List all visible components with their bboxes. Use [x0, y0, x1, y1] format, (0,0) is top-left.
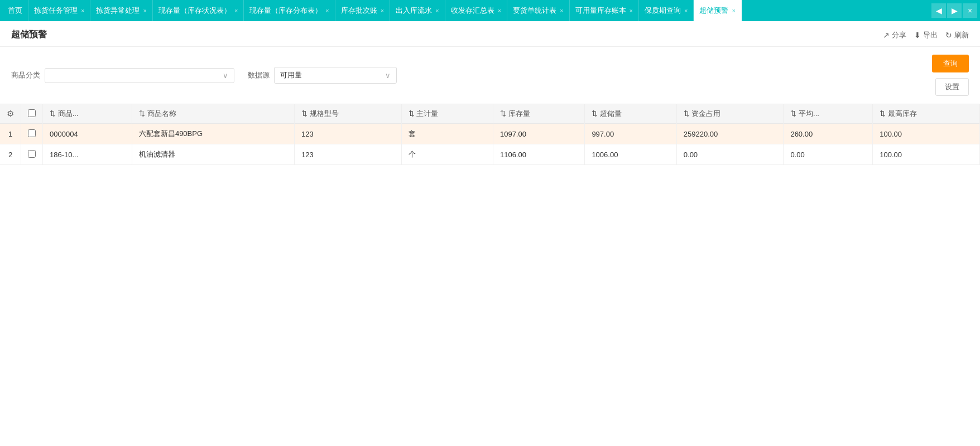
nav-inout-flow[interactable]: 出入库流水 × [390, 0, 445, 21]
table-row: 2 186-10... 机油滤清器 123 个 1106.00 1006.00 … [0, 144, 980, 165]
nav-close-batch-ledger[interactable]: × [381, 7, 384, 14]
col-gear: ⚙ [0, 104, 21, 124]
col-unit[interactable]: ⇅ 主计量 [401, 104, 493, 124]
datasource-value: 可用量 [280, 70, 302, 80]
col-stock[interactable]: ⇅ 库存量 [493, 104, 584, 124]
nav-close-overstock[interactable]: × [732, 7, 735, 14]
col-spec[interactable]: ⇅ 规格型号 [294, 104, 401, 124]
row-unit: 套 [401, 124, 493, 144]
nav-close-stock-dist[interactable]: × [325, 7, 329, 14]
share-button[interactable]: ↗ 分享 [883, 30, 906, 40]
row-stock: 1097.00 [493, 124, 584, 144]
category-select[interactable]: ∨ [45, 68, 234, 83]
col-max-stock[interactable]: ⇅ 最高库存 [873, 104, 980, 124]
table-body: 1 0000004 六配套新昌490BPG 123 套 1097.00 997.… [0, 124, 980, 165]
col-product-name[interactable]: ⇅ 商品名称 [132, 104, 294, 124]
nav-close-available-ledger[interactable]: × [630, 7, 633, 14]
filter-buttons: 查询 设置 [932, 55, 969, 96]
row-stock: 1106.00 [493, 144, 584, 165]
refresh-button[interactable]: ↻ 刷新 [945, 30, 969, 40]
datasource-label: 数据源 [248, 70, 270, 80]
row-num: 1 [0, 124, 21, 144]
row-spec: 123 [294, 144, 401, 165]
row-num: 2 [0, 144, 21, 165]
nav-stock-dist[interactable]: 现存量（库存分布表） × [244, 0, 335, 21]
nav-home[interactable]: 首页 [2, 0, 28, 21]
nav-close-stock-status[interactable]: × [234, 7, 238, 14]
nav-next-btn[interactable]: ▶ [947, 3, 962, 18]
col-overstock[interactable]: ⇅ 超储量 [585, 104, 676, 124]
nav-close-demand-stat[interactable]: × [560, 7, 563, 14]
table-header-row: ⚙ ⇅ 商品... ⇅ 商品名称 ⇅ 规格型号 [0, 104, 980, 124]
nav-overstock-warning[interactable]: 超储预警 × [694, 0, 741, 21]
select-all-checkbox[interactable] [28, 109, 36, 117]
row-product-code: 186-10... [43, 144, 132, 165]
category-chevron-icon: ∨ [223, 71, 228, 80]
nav-close-inout-flow[interactable]: × [435, 7, 439, 14]
row-checkbox-cell[interactable] [21, 144, 43, 165]
row-capital: 0.00 [676, 144, 784, 165]
row-overstock: 1006.00 [585, 144, 676, 165]
nav-close-expiry-query[interactable]: × [684, 7, 688, 14]
export-icon: ⬇ [914, 31, 921, 40]
row-max-stock: 100.00 [873, 144, 980, 165]
col-capital[interactable]: ⇅ 资金占用 [676, 104, 784, 124]
row-overstock: 997.00 [585, 124, 676, 144]
nav-stock-status[interactable]: 现存量（库存状况表） × [153, 0, 244, 21]
row-product-name: 六配套新昌490BPG [132, 124, 294, 144]
row-product-name: 机油滤清器 [132, 144, 294, 165]
nav-collect-summary[interactable]: 收发存汇总表 × [445, 0, 507, 21]
page-title: 超储预警 [11, 29, 47, 41]
nav-pick-task[interactable]: 拣货任务管理 × [28, 0, 90, 21]
datasource-chevron-icon: ∨ [385, 71, 391, 80]
filter-bar: 商品分类 ∨ 数据源 可用量 ∨ 查询 设置 [0, 47, 980, 104]
refresh-icon: ↻ [945, 31, 952, 40]
settings-button[interactable]: 设置 [935, 78, 969, 96]
nav-expiry-query[interactable]: 保质期查询 × [639, 0, 694, 21]
row-max-stock: 100.00 [873, 124, 980, 144]
data-table: ⚙ ⇅ 商品... ⇅ 商品名称 ⇅ 规格型号 [0, 104, 980, 165]
row-checkbox-cell[interactable] [21, 124, 43, 144]
row-avg: 0.00 [784, 144, 873, 165]
col-select-all [21, 104, 43, 124]
top-nav: 首页 拣货任务管理 × 拣货异常处理 × 现存量（库存状况表） × 现存量（库存… [0, 0, 980, 21]
row-checkbox[interactable] [28, 150, 36, 158]
nav-close-collect-summary[interactable]: × [498, 7, 501, 14]
nav-prev-btn[interactable]: ◀ [931, 3, 946, 18]
nav-close-all-btn[interactable]: × [963, 3, 977, 18]
nav-batch-ledger[interactable]: 库存批次账 × [335, 0, 390, 21]
row-checkbox[interactable] [28, 129, 36, 137]
category-filter-item: 商品分类 ∨ [11, 68, 234, 83]
nav-arrows: ◀ ▶ × [931, 3, 978, 18]
col-avg[interactable]: ⇅ 平均... [784, 104, 873, 124]
page-header: 超储预警 ↗ 分享 ⬇ 导出 ↻ 刷新 [0, 21, 980, 47]
header-actions: ↗ 分享 ⬇ 导出 ↻ 刷新 [883, 30, 969, 40]
category-label: 商品分类 [11, 70, 40, 80]
row-product-code: 0000004 [43, 124, 132, 144]
col-product-code[interactable]: ⇅ 商品... [43, 104, 132, 124]
table-wrap: ⚙ ⇅ 商品... ⇅ 商品名称 ⇅ 规格型号 [0, 104, 980, 165]
query-button[interactable]: 查询 [932, 55, 969, 72]
nav-pick-exception[interactable]: 拣货异常处理 × [90, 0, 152, 21]
row-avg: 260.00 [784, 124, 873, 144]
nav-demand-stat[interactable]: 要货单统计表 × [507, 0, 569, 21]
gear-icon[interactable]: ⚙ [7, 109, 14, 118]
page-content: 超储预警 ↗ 分享 ⬇ 导出 ↻ 刷新 商品分类 ∨ 数据源 [0, 21, 980, 446]
export-button[interactable]: ⬇ 导出 [914, 30, 938, 40]
nav-close-pick-task[interactable]: × [81, 7, 84, 14]
nav-close-pick-exception[interactable]: × [143, 7, 146, 14]
row-capital: 259220.00 [676, 124, 784, 144]
datasource-filter-item: 数据源 可用量 ∨ [248, 67, 397, 84]
row-unit: 个 [401, 144, 493, 165]
nav-available-ledger[interactable]: 可用量库存账本 × [570, 0, 639, 21]
table-row: 1 0000004 六配套新昌490BPG 123 套 1097.00 997.… [0, 124, 980, 144]
datasource-select[interactable]: 可用量 ∨ [274, 67, 397, 84]
row-spec: 123 [294, 124, 401, 144]
share-icon: ↗ [883, 31, 890, 40]
